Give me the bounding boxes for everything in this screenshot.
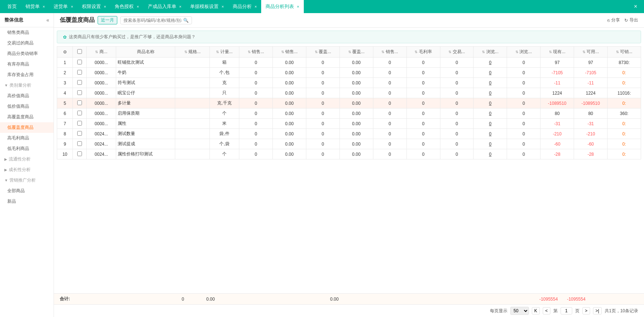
column-cover1[interactable]: ⇅ 覆盖... [306, 47, 339, 58]
sidebar-item-stock-capital[interactable]: 库存资金占用 [0, 70, 54, 80]
cell-spec [175, 129, 210, 139]
column-current[interactable]: ⇅ 现有... [541, 47, 574, 58]
last-page-button[interactable]: >| [593, 307, 602, 314]
sidebar-item-sales-goods[interactable]: 销售类商品 [0, 27, 54, 38]
nav-item-product-analysis[interactable]: 商品分析 × [228, 0, 261, 13]
nav-close-product-analysis-list[interactable]: × [297, 0, 299, 13]
nav-item-sales[interactable]: 销货单 × [21, 0, 49, 13]
nav-item-product-warehouse[interactable]: 产成品入库单 × [144, 0, 186, 13]
sidebar-item-in-stock-goods[interactable]: 有库存商品 [0, 59, 54, 70]
column-sales2[interactable]: ⇅ 销售... [272, 47, 306, 58]
select-all-checkbox[interactable] [77, 49, 82, 54]
sidebar-item-low-value[interactable]: 低价值商品 [0, 101, 54, 112]
cell-browse1[interactable]: 0 [474, 119, 507, 129]
sidebar-item-traded-goods[interactable]: 交易过的商品 [0, 38, 54, 48]
nav-item-role-auth[interactable]: 角色授权 × [110, 0, 143, 13]
cell-cover1: 0 [306, 129, 339, 139]
nav-item-template-settings[interactable]: 单据模板设置 × [186, 0, 228, 13]
cell-checkbox[interactable] [73, 78, 87, 88]
column-available[interactable]: ⇅ 可用... [574, 47, 608, 58]
nav-close-role-auth[interactable]: × [137, 0, 139, 13]
column-sellable[interactable]: ⇅ 可销... [608, 47, 641, 58]
cell-checkbox[interactable] [73, 68, 87, 78]
column-browse1[interactable]: ⇅ 浏览... [474, 47, 507, 58]
cell-checkbox[interactable] [73, 129, 87, 139]
sidebar-collapse-button[interactable]: « [46, 17, 49, 23]
sidebar-group-growth[interactable]: ▶ 成长性分析 [0, 165, 54, 175]
nav-item-product-analysis-list[interactable]: 商品分析列表 × [261, 0, 303, 13]
nav-close-purchase[interactable]: × [71, 0, 73, 13]
row-checkbox[interactable] [77, 100, 82, 105]
column-name[interactable]: 商品名称 [116, 47, 175, 58]
sidebar-item-high-margin[interactable]: 高毛利商品 [0, 133, 54, 143]
cell-browse1[interactable]: 0 [474, 68, 507, 78]
row-checkbox[interactable] [77, 111, 82, 115]
row-checkbox[interactable] [77, 60, 82, 64]
nav-close-sales[interactable]: × [43, 0, 45, 13]
nav-item-home[interactable]: 首页 [3, 0, 21, 13]
export-button[interactable]: ↻ 导出 [624, 17, 638, 23]
nav-close-product-warehouse[interactable]: × [179, 0, 181, 13]
first-page-button[interactable]: K [532, 307, 540, 314]
window-close-button[interactable]: × [630, 0, 641, 13]
cell-checkbox[interactable] [73, 88, 87, 98]
cell-checkbox[interactable] [73, 149, 87, 159]
search-input[interactable] [123, 18, 182, 23]
filter-tag-recent-month[interactable]: 近一月 [98, 16, 117, 24]
row-checkbox[interactable] [77, 131, 82, 136]
cell-browse1[interactable]: 0 [474, 78, 507, 88]
cell-gross-rate: 0 [407, 119, 440, 129]
column-sales3[interactable]: ⇅ 销售... [373, 47, 407, 58]
sidebar-item-low-margin[interactable]: 低毛利商品 [0, 143, 54, 154]
search-icon[interactable]: 🔍 [183, 18, 189, 23]
sidebar-item-low-coverage[interactable]: 低覆盖度商品 [0, 122, 54, 133]
nav-item-purchase[interactable]: 进货单 × [49, 0, 77, 13]
prev-page-button[interactable]: < [543, 307, 550, 314]
cell-cover1: 0 [306, 88, 339, 98]
cell-browse1[interactable]: 0 [474, 129, 507, 139]
column-code[interactable]: ⇅ 商... [87, 47, 116, 58]
nav-close-template-settings[interactable]: × [221, 0, 224, 13]
column-checkbox-header[interactable] [73, 47, 87, 58]
sidebar-item-new-goods[interactable]: 新品 [0, 196, 54, 207]
column-trade[interactable]: ⇅ 交易... [440, 47, 474, 58]
sidebar-group-marketing[interactable]: ▼ 营销推广分析 [0, 175, 54, 186]
cell-browse1[interactable]: 0 [474, 88, 507, 98]
sidebar-group-liquidity[interactable]: ▶ 流通性分析 [0, 154, 54, 165]
nav-item-permissions[interactable]: 权限设置 × [78, 0, 110, 13]
column-browse2[interactable]: ⇅ 浏览... [507, 47, 541, 58]
sidebar-item-all-goods[interactable]: 全部商品 [0, 186, 54, 196]
sidebar-group-category-analysis[interactable]: ▼ 类别量分析 [0, 80, 54, 91]
column-unit[interactable]: ⇅ 计量... [209, 47, 239, 58]
row-checkbox[interactable] [77, 80, 82, 85]
cell-browse1[interactable]: 0 [474, 98, 507, 108]
nav-close-permissions[interactable]: × [104, 0, 106, 13]
row-checkbox[interactable] [77, 151, 82, 156]
cell-checkbox[interactable] [73, 139, 87, 149]
column-cover2[interactable]: ⇅ 覆盖... [339, 47, 373, 58]
column-settings-icon[interactable]: ⚙ [57, 47, 73, 58]
next-page-button[interactable]: > [582, 307, 590, 314]
column-spec[interactable]: ⇅ 规格... [175, 47, 210, 58]
column-sales1[interactable]: ⇅ 销售... [239, 47, 273, 58]
share-button[interactable]: ⎋ 分享 [607, 17, 620, 23]
row-checkbox[interactable] [77, 141, 82, 146]
page-number-input[interactable] [561, 307, 572, 314]
row-checkbox[interactable] [77, 121, 82, 126]
cell-checkbox[interactable] [73, 58, 87, 68]
cell-browse1[interactable]: 0 [474, 58, 507, 68]
cell-checkbox[interactable] [73, 108, 87, 119]
page-size-select[interactable]: 50 100 200 [510, 307, 529, 315]
cell-browse1[interactable]: 0 [474, 108, 507, 119]
cell-browse1[interactable]: 0 [474, 139, 507, 149]
cell-checkbox[interactable] [73, 119, 87, 129]
nav-close-product-analysis[interactable]: × [255, 0, 257, 13]
sidebar-item-high-coverage[interactable]: 高覆盖度商品 [0, 112, 54, 122]
row-checkbox[interactable] [77, 90, 82, 95]
cell-checkbox[interactable] [73, 98, 87, 108]
sidebar-item-category-sell-rate[interactable]: 商品分类动销率 [0, 48, 54, 59]
sidebar-item-high-value[interactable]: 高价值商品 [0, 91, 54, 101]
cell-browse1[interactable]: 0 [474, 149, 507, 159]
row-checkbox[interactable] [77, 70, 82, 75]
column-gross-rate[interactable]: ⇅ 毛利率 [407, 47, 440, 58]
